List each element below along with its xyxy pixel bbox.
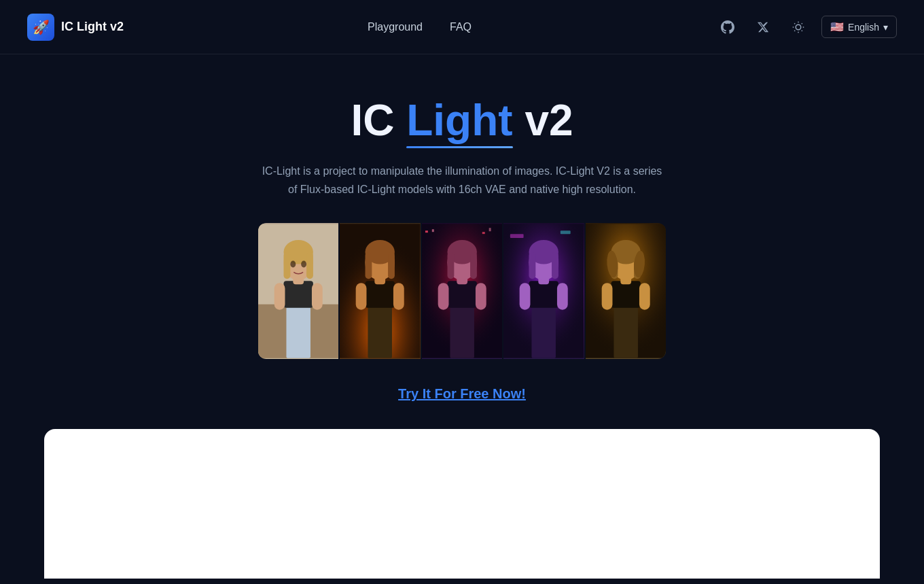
svg-rect-33 xyxy=(388,252,395,279)
hero-description: IC-Light is a project to manipulate the … xyxy=(258,162,666,199)
language-label: English xyxy=(848,22,879,33)
hero-title: IC Light v2 xyxy=(351,95,573,145)
svg-rect-52 xyxy=(561,231,571,235)
main-content: IC Light v2 IC-Light is a project to man… xyxy=(0,54,924,579)
svg-rect-27 xyxy=(356,284,367,310)
svg-rect-64 xyxy=(614,305,638,358)
logo-icon: 🚀 xyxy=(27,14,54,41)
svg-rect-54 xyxy=(529,281,558,308)
svg-rect-41 xyxy=(447,281,476,308)
title-prefix: IC xyxy=(351,96,406,145)
demo-image-4 xyxy=(503,223,584,359)
nav-playground[interactable]: Playground xyxy=(368,21,423,33)
svg-rect-20 xyxy=(306,252,313,279)
svg-rect-51 xyxy=(510,235,524,239)
svg-rect-67 xyxy=(639,284,650,310)
svg-rect-55 xyxy=(520,284,531,310)
demo-image-3 xyxy=(422,223,502,359)
logo-text: IC Light v2 xyxy=(61,20,124,34)
svg-rect-66 xyxy=(601,284,612,310)
language-selector[interactable]: 🇺🇸 English ▾ xyxy=(821,16,897,38)
svg-rect-28 xyxy=(393,284,404,310)
svg-rect-48 xyxy=(470,252,477,279)
theme-toggle-icon[interactable] xyxy=(786,15,811,39)
svg-rect-40 xyxy=(450,305,474,358)
chevron-down-icon: ▾ xyxy=(883,22,888,33)
svg-rect-61 xyxy=(552,252,558,279)
demo-image-strip xyxy=(258,223,666,359)
svg-rect-15 xyxy=(312,284,323,310)
cta-button[interactable]: Try It For Free Now! xyxy=(398,386,526,402)
svg-rect-19 xyxy=(283,252,290,279)
svg-rect-39 xyxy=(488,228,491,232)
header-actions: 🇺🇸 English ▾ xyxy=(715,15,897,39)
header: 🚀 IC Light v2 Playground FAQ xyxy=(0,0,924,54)
logo[interactable]: 🚀 IC Light v2 xyxy=(27,14,124,41)
svg-rect-38 xyxy=(482,233,485,235)
svg-rect-32 xyxy=(366,252,372,279)
svg-rect-47 xyxy=(447,252,454,279)
svg-rect-56 xyxy=(557,284,568,310)
twitter-icon[interactable] xyxy=(751,15,775,39)
svg-rect-12 xyxy=(286,305,310,358)
svg-line-8 xyxy=(802,23,802,24)
demo-image-1 xyxy=(258,223,338,359)
svg-line-7 xyxy=(794,30,795,31)
svg-rect-53 xyxy=(532,305,556,358)
svg-line-3 xyxy=(794,23,795,24)
svg-rect-37 xyxy=(432,230,434,233)
svg-point-0 xyxy=(796,24,801,30)
demo-image-2 xyxy=(340,223,420,359)
playground-container xyxy=(44,429,880,579)
title-highlight: Light xyxy=(406,95,512,145)
language-flag: 🇺🇸 xyxy=(830,20,844,33)
title-suffix: v2 xyxy=(513,96,573,145)
svg-rect-65 xyxy=(611,281,640,308)
demo-image-5 xyxy=(586,223,666,359)
main-nav: Playground FAQ xyxy=(368,21,472,33)
svg-point-21 xyxy=(290,261,296,268)
svg-point-22 xyxy=(301,261,306,268)
svg-rect-13 xyxy=(283,281,313,308)
svg-rect-42 xyxy=(438,284,448,310)
nav-faq[interactable]: FAQ xyxy=(450,21,472,33)
svg-rect-36 xyxy=(425,231,428,233)
github-icon[interactable] xyxy=(715,15,740,39)
svg-rect-25 xyxy=(368,305,393,358)
svg-rect-60 xyxy=(529,252,536,279)
svg-rect-14 xyxy=(274,284,285,310)
svg-rect-43 xyxy=(476,284,486,310)
svg-line-4 xyxy=(802,30,802,31)
svg-rect-26 xyxy=(366,281,395,308)
